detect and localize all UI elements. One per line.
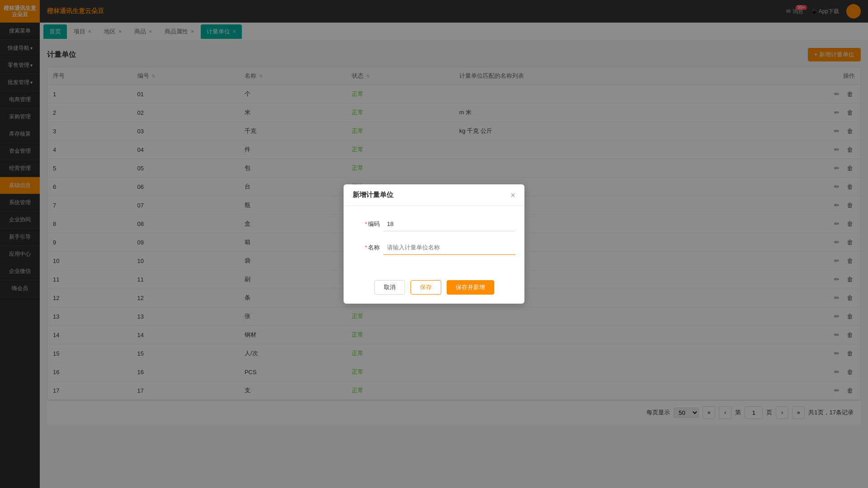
form-row-name: 名称: [353, 240, 515, 255]
modal-close-button[interactable]: ×: [510, 191, 515, 199]
form-code-label: 编码: [353, 220, 380, 228]
save-button[interactable]: 保存: [410, 280, 441, 295]
form-row-code: 编码: [353, 217, 515, 231]
modal-overlay[interactable]: 新增计量单位 × 编码 名称 取消 保存 保存并新增: [0, 0, 868, 488]
form-name-label: 名称: [353, 244, 380, 252]
modal-header: 新增计量单位 ×: [344, 184, 524, 206]
save-and-new-button[interactable]: 保存并新增: [447, 280, 494, 295]
cancel-button[interactable]: 取消: [374, 280, 405, 295]
code-input[interactable]: [383, 217, 515, 231]
modal-body: 编码 名称: [344, 206, 524, 275]
modal-footer: 取消 保存 保存并新增: [344, 275, 524, 304]
modal-title: 新增计量单位: [353, 191, 393, 199]
name-input[interactable]: [383, 240, 515, 255]
add-unit-modal: 新增计量单位 × 编码 名称 取消 保存 保存并新增: [344, 184, 524, 304]
